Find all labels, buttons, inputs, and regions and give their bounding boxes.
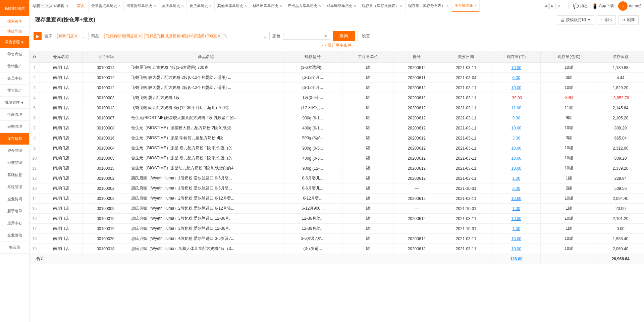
tab-home[interactable]: 首页 xyxy=(73,0,89,12)
sidebar-item-basic[interactable]: 基础信息 xyxy=(0,169,29,181)
sidebar-item-enterprise[interactable]: 企业协同 xyxy=(0,193,29,205)
tab-next-button[interactable]: ▶ xyxy=(549,3,555,9)
cell-qty-main[interactable]: 10.00 xyxy=(492,83,540,93)
tab-close-5[interactable]: ✕ xyxy=(244,4,247,8)
tab-batch-ledger[interactable]: 库存批次账 ✕ xyxy=(452,0,480,12)
user-profile[interactable]: D demo2 xyxy=(618,1,641,11)
query-button[interactable]: 查询 xyxy=(333,31,355,41)
app-download-button[interactable]: 📱 App下载 xyxy=(592,3,614,9)
tab-close-6[interactable]: ✕ xyxy=(279,4,282,8)
tab-other-out[interactable]: 其他出库单历史 ✕ xyxy=(215,0,250,12)
filter-toggle-button[interactable]: ▶ xyxy=(34,32,42,40)
cell-qty-pkg: 10罐 xyxy=(540,143,597,153)
product-more-dots[interactable]: ... xyxy=(264,34,267,39)
cell-qty-main[interactable]: 1.00 xyxy=(492,204,540,214)
cell-expire: 2021-03-11 xyxy=(440,153,492,163)
cell-qty-main[interactable]: 10.00 xyxy=(492,214,540,224)
cell-qty-main[interactable]: 10.00 xyxy=(492,244,540,254)
tab-requisition[interactable]: 要货单历史 ✕ xyxy=(187,0,215,12)
sidebar-item-appcenter[interactable]: 应用中心 xyxy=(0,217,29,229)
warehouse-filter-box[interactable]: 南岸门店 ✕ ... xyxy=(55,32,89,40)
tab-close-10[interactable]: ✕ xyxy=(446,4,449,8)
cell-batch: 20200612 xyxy=(393,214,440,224)
tab-menu-button[interactable]: ☰ xyxy=(563,3,569,9)
avatar: D xyxy=(618,1,628,11)
sidebar-item-marketing[interactable]: 营销推广 xyxy=(0,60,29,72)
cell-qty-main[interactable]: 10.00 xyxy=(492,143,540,153)
tab-close-3[interactable]: ✕ xyxy=(181,4,184,8)
tab-close-2[interactable]: ✕ xyxy=(153,4,156,8)
sidebar-item-purchase[interactable]: 采购管理 xyxy=(0,121,29,133)
sidebar-quicknav[interactable]: 快捷导航 xyxy=(0,27,29,36)
sidebar-item-finance[interactable]: 资金管理 xyxy=(0,145,29,157)
tab-assembly[interactable]: 组装拆卸单历史 ✕ xyxy=(124,0,159,12)
th-gear[interactable]: ⚙ xyxy=(30,51,40,63)
tab-inventory-check[interactable]: 分量盘点单历史 ✕ xyxy=(89,0,124,12)
cell-qty-main[interactable]: 2.00 xyxy=(492,183,540,194)
sidebar-item-inventory[interactable]: 库存核算 xyxy=(0,133,29,145)
setting-button[interactable]: 设置 xyxy=(358,31,374,41)
main-content: 母婴行业演示账套 ▼ 首页 分量盘点单历史 ✕ 组装拆卸单历史 ✕ 调拨单历史 … xyxy=(30,0,644,322)
sidebar-item-retail-mall[interactable]: 零售商城 xyxy=(0,48,29,60)
cell-qty-main[interactable]: 9.00 xyxy=(492,113,540,123)
cell-qty-main[interactable]: 0.00 xyxy=(492,73,540,83)
cell-qty-main[interactable]: 10.00 xyxy=(492,123,540,133)
sidebar-item-system[interactable]: 系统管理 xyxy=(0,181,29,193)
sidebar-item-member[interactable]: 会员中心 xyxy=(0,72,29,85)
tab-material-out[interactable]: 材料出库单历史 ✕ xyxy=(250,0,285,12)
template-print-button[interactable]: 🖨 按模板打印 ▼ xyxy=(557,15,594,24)
sidebar-item-retail[interactable]: 零售管理 ▼ xyxy=(0,36,29,48)
cell-expire: 2021-03-11 xyxy=(440,244,492,254)
tab-close-all-button[interactable]: ✕ xyxy=(556,3,562,9)
tab-close-9[interactable]: ✕ xyxy=(400,4,402,8)
cell-qty-main[interactable]: 1.00 xyxy=(492,173,540,183)
sidebar-item-newguide[interactable]: 新手引导 xyxy=(0,205,29,217)
cell-qty-main[interactable]: 3.00 xyxy=(492,133,540,143)
sidebar-item-operations[interactable]: 经营管理 xyxy=(0,157,29,169)
sidebar-item-wholesale[interactable]: 批发管理 ▼ xyxy=(0,97,29,109)
sidebar-item-retail-stats[interactable]: 零售统计 xyxy=(0,85,29,97)
color-filter-box[interactable]: ▼ xyxy=(283,33,330,40)
warehouse-more-dots[interactable]: ... xyxy=(80,34,84,39)
tab-prev-button[interactable]: ◀ xyxy=(543,3,549,9)
cell-qty-main[interactable]: 1.00 xyxy=(492,224,540,234)
footer-total-qty[interactable]: 126.00 xyxy=(492,254,540,264)
tab-close-7[interactable]: ✕ xyxy=(318,4,321,8)
industry-selector[interactable]: 母婴行业演示账套 ▼ xyxy=(32,3,72,9)
cell-qty-main[interactable]: 10.00 xyxy=(492,194,540,204)
refresh-icon: ↺ xyxy=(622,18,626,22)
cell-name: 惠氏启赋（Wyeth illuma）2段奶粉 爱尔兰进口 6-12月婴... xyxy=(129,194,283,204)
expand-more-btn[interactable]: ⋯ 展开更多条件 xyxy=(34,41,640,48)
product-filter-box[interactable]: 飞鹤奶粉3段两提装 ✕ 飞鹤星飞帆 儿童奶粉 4段(3-6岁适用) 700克 ✕… xyxy=(102,32,270,40)
color-dropdown-icon[interactable]: ▼ xyxy=(324,34,328,39)
tab-stock-status[interactable]: 现存量（库存状况表） ✕ xyxy=(359,0,406,12)
export-button[interactable]: ↑ 导出 xyxy=(597,15,616,24)
sidebar-item-membership[interactable]: 畅会员 xyxy=(0,241,29,254)
cell-spec: 900g (3岁... xyxy=(283,133,342,143)
cell-code: 00100019 xyxy=(82,214,129,224)
tab-finished-in[interactable]: 产成品入库单历史 ✕ xyxy=(285,0,324,12)
cell-qty-main[interactable]: 10.00 xyxy=(492,63,540,73)
warehouse-tag-close[interactable]: ✕ xyxy=(74,34,77,38)
tab-transfer[interactable]: 调拨单历史 ✕ xyxy=(159,0,187,12)
product-tag-2-close[interactable]: ✕ xyxy=(217,34,220,38)
cell-qty-main[interactable]: 11.00 xyxy=(492,103,540,113)
th-qty-main: 现存量(主) xyxy=(492,51,540,63)
tab-stock-dist[interactable]: 现存量（库存分布表） ✕ xyxy=(406,0,452,12)
cell-num: 13 xyxy=(30,183,40,194)
table-row: 19南岸门店00100018惠氏启赋（Wyeth illuma）亲和人体儿童配方… xyxy=(30,244,644,254)
cell-qty-main[interactable]: 10.00 xyxy=(492,234,540,244)
sidebar-item-wechat[interactable]: 企业微信 xyxy=(0,229,29,241)
sidebar-item-ecommerce[interactable]: 电商管理 xyxy=(0,109,29,121)
tab-close-4[interactable]: ✕ xyxy=(209,4,212,8)
tab-close-11[interactable]: ✕ xyxy=(474,4,477,7)
message-button[interactable]: 💬 消息 xyxy=(573,3,588,9)
cell-qty-main[interactable]: 10.00 xyxy=(492,163,540,173)
sidebar-search[interactable]: 搜索英单 xyxy=(0,16,29,27)
product-tag-1-close[interactable]: ✕ xyxy=(138,34,141,38)
cell-qty-main[interactable]: 10.00 xyxy=(492,153,540,163)
tab-cost-adj[interactable]: 成本调整单历史 ✕ xyxy=(324,0,359,12)
tab-close-8[interactable]: ✕ xyxy=(354,4,356,8)
tab-close-1[interactable]: ✕ xyxy=(118,4,121,8)
refresh-button[interactable]: ↺ 刷新 xyxy=(619,15,639,24)
